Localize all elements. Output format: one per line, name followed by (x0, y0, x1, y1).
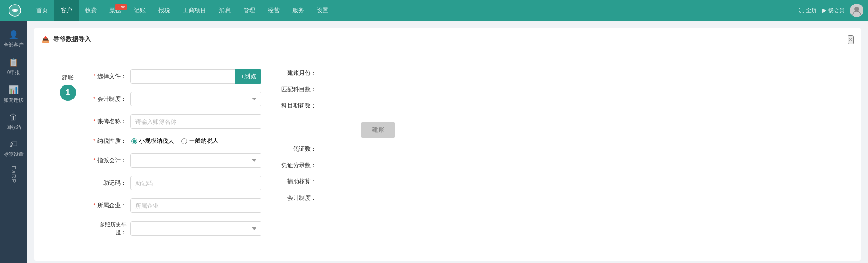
sidebar-label-account-transfer: 账套迁移 (4, 97, 24, 103)
label-tax-type: 纳税性质： (90, 137, 130, 145)
nav-item-bookkeeping[interactable]: 记账 (128, 0, 152, 21)
sidebar-label-tag-settings: 标签设置 (4, 151, 24, 158)
sidebar-item-declaration[interactable]: 📋 0申报 (0, 53, 27, 80)
nav-right: ⛶ 全屏 ▶ 畅会员 (799, 4, 863, 17)
step-label: 建账 (62, 74, 74, 82)
label-accounting-system-right: 会计制度： (280, 194, 320, 202)
nav-item-billing[interactable]: 收费 (79, 0, 103, 21)
tax-type-radio-group: 小规模纳税人 一般纳税人 (130, 137, 261, 145)
top-nav: 首页 客户 收费 票据 new 记账 报税 工商项目 消息 管理 经营 服务 设… (0, 0, 868, 21)
sidebar-item-account-transfer[interactable]: 📊 账套迁移 (0, 80, 27, 108)
panel-header: 📤 导爷数据导入 (42, 35, 854, 51)
nav-item-customer[interactable]: 客户 (54, 0, 79, 21)
label-account-name: 账簿名称： (90, 117, 130, 126)
new-badge: new (115, 4, 127, 10)
file-row: +浏览 (130, 69, 261, 84)
nav-item-bizproject[interactable]: 工商项目 (176, 0, 213, 21)
sidebar-item-tag-settings[interactable]: 🏷 标签设置 (0, 135, 27, 162)
form-row-voucher-count: 凭证数： (280, 145, 433, 153)
tag-icon: 🏷 (9, 140, 18, 149)
label-account-month: 建账月份： (280, 69, 320, 77)
user-icon: 👤 (9, 30, 19, 40)
import-icon: 📤 (42, 36, 49, 43)
svg-point-2 (854, 7, 859, 11)
label-memo-code: 助记码： (90, 179, 130, 187)
step-indicator: 建账 1 (60, 69, 76, 244)
transfer-icon: 📊 (9, 85, 19, 95)
panel-title: 导爷数据导入 (53, 35, 91, 43)
sidebar-item-all-customers[interactable]: 👤 全部客户 (0, 25, 27, 53)
main-content: 📤 导爷数据导入 × 建账 1 选择文件： +浏览 (27, 21, 868, 263)
form-row-aux-accounting: 辅助核算： (280, 178, 433, 186)
create-account-button[interactable]: 建账 (361, 122, 395, 138)
label-accounting-system: 会计制度： (90, 95, 130, 103)
label-match-subjects: 匹配科目数： (280, 85, 320, 94)
declaration-icon: 📋 (9, 57, 19, 67)
earp-text: EaRP (10, 166, 17, 183)
radio-general-taxpayer[interactable]: 一般纳税人 (181, 137, 218, 145)
nav-item-home[interactable]: 首页 (30, 0, 54, 21)
label-select-file: 选择文件： (90, 72, 130, 80)
nav-item-manage[interactable]: 管理 (237, 0, 261, 21)
label-affiliated-company: 所属企业： (90, 202, 130, 210)
radio-general-input[interactable] (181, 138, 187, 144)
file-input[interactable] (130, 69, 235, 84)
nav-item-settings[interactable]: 设置 (310, 0, 335, 21)
assign-accountant-select[interactable] (130, 153, 261, 168)
form-row-reference-year: 参照历史年度： (90, 221, 261, 236)
form-row-select-file: 选择文件： +浏览 (90, 69, 261, 84)
radio-small-taxpayer[interactable]: 小规模纳税人 (131, 137, 174, 145)
sidebar-label-recycle: 回收站 (6, 124, 21, 131)
form-row-accounting-system: 会计制度： (90, 92, 261, 106)
browse-button[interactable]: +浏览 (235, 69, 261, 84)
form-row-assign-accountant: 指派会计： (90, 153, 261, 168)
account-name-input[interactable] (130, 114, 261, 129)
play-icon: ▶ (822, 7, 826, 14)
svg-point-1 (14, 9, 16, 12)
member-button[interactable]: ▶ 畅会员 (822, 7, 844, 14)
form-row-subject-initial: 科目期初数： (280, 102, 433, 110)
logo (5, 0, 25, 21)
form-row-voucher-records: 凭证分录数： (280, 161, 433, 169)
sidebar-label-all-customers: 全部客户 (4, 42, 24, 48)
sidebar: 👤 全部客户 📋 0申报 📊 账套迁移 🗑 回收站 🏷 标签设置 EaRP (0, 21, 27, 263)
form-right: 建账月份： 匹配科目数： 科目期初数： 建账 凭证数： (280, 69, 433, 244)
accounting-system-select[interactable] (130, 92, 261, 106)
form-left: 选择文件： +浏览 会计制度： 账簿名称： (90, 69, 261, 244)
label-voucher-records: 凭证分录数： (280, 161, 320, 169)
nav-items: 首页 客户 收费 票据 new 记账 报税 工商项目 消息 管理 经营 服务 设… (30, 0, 799, 21)
label-reference-year: 参照历史年度： (90, 221, 130, 236)
form-row-accounting-system-right: 会计制度： (280, 194, 433, 202)
nav-item-service[interactable]: 服务 (286, 0, 310, 21)
avatar[interactable] (850, 4, 863, 17)
memo-code-input[interactable] (130, 176, 261, 190)
close-button[interactable]: × (848, 35, 854, 44)
reference-year-select[interactable] (130, 221, 261, 236)
label-assign-accountant: 指派会计： (90, 156, 130, 164)
form-row-affiliated-company: 所属企业： (90, 198, 261, 213)
nav-item-message[interactable]: 消息 (213, 0, 237, 21)
fullscreen-icon: ⛶ (799, 7, 804, 14)
form-row-memo-code: 助记码： (90, 176, 261, 190)
form-row-account-month: 建账月份： (280, 69, 433, 77)
radio-small-input[interactable] (131, 138, 137, 144)
form-row-account-name: 账簿名称： (90, 114, 261, 129)
label-aux-accounting: 辅助核算： (280, 178, 320, 186)
sidebar-label-declaration: 0申报 (7, 69, 20, 76)
label-subject-initial: 科目期初数： (280, 102, 320, 110)
affiliated-company-input[interactable] (130, 198, 261, 213)
label-voucher-count: 凭证数： (280, 145, 320, 153)
form-container: 建账 1 选择文件： +浏览 会计制度： (42, 60, 854, 254)
nav-item-finance[interactable]: 经营 (261, 0, 286, 21)
nav-item-tax[interactable]: 报税 (152, 0, 176, 21)
main-panel: 📤 导爷数据导入 × 建账 1 选择文件： +浏览 (34, 28, 861, 261)
form-row-match-subjects: 匹配科目数： (280, 85, 433, 94)
form-row-tax-type: 纳税性质： 小规模纳税人 一般纳税人 (90, 137, 261, 145)
step-circle: 1 (60, 85, 76, 101)
fullscreen-button[interactable]: ⛶ 全屏 (799, 7, 817, 14)
recycle-icon: 🗑 (9, 113, 18, 122)
sidebar-item-recycle[interactable]: 🗑 回收站 (0, 108, 27, 135)
nav-item-invoice[interactable]: 票据 new (103, 0, 128, 21)
